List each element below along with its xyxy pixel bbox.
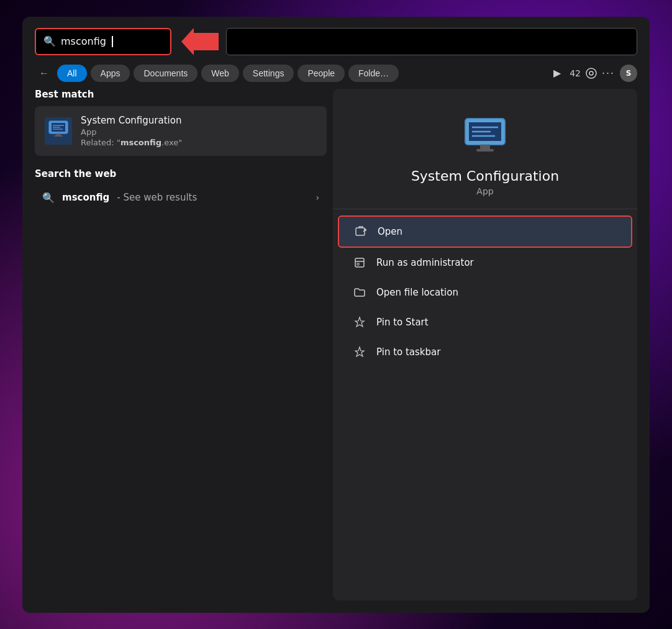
left-pane: Best match xyxy=(35,89,327,600)
web-search-chevron: › xyxy=(316,192,319,202)
app-detail-name: System Configuration xyxy=(411,168,559,184)
red-arrow-icon xyxy=(181,28,219,55)
text-cursor xyxy=(112,36,113,47)
tab-back-button[interactable]: ← xyxy=(35,64,53,83)
svg-rect-21 xyxy=(357,263,359,265)
action-list: Open Run as administrator xyxy=(333,209,637,373)
search-panel: 🔍 msconfig ← All Apps Documents Web Sett… xyxy=(22,17,650,613)
pin-taskbar-icon xyxy=(353,345,366,359)
best-match-item[interactable]: System Configuration App Related: "mscon… xyxy=(35,106,327,156)
action-open[interactable]: Open xyxy=(338,215,632,248)
search-bar-rest[interactable] xyxy=(226,28,637,55)
web-query-bold: msconfig xyxy=(62,192,109,203)
system-config-icon xyxy=(48,120,69,142)
action-pin-taskbar-label: Pin to taskbar xyxy=(376,346,440,358)
app-detail-header: System Configuration App xyxy=(333,89,637,209)
tab-filter-icon[interactable] xyxy=(586,68,597,79)
search-bar-row: 🔍 msconfig xyxy=(22,17,650,64)
right-pane: System Configuration App Open xyxy=(333,89,637,600)
tab-count: 42 xyxy=(570,68,581,78)
svg-rect-10 xyxy=(54,135,63,137)
web-search-icon: 🔍 xyxy=(42,192,55,204)
related-highlight: msconfig xyxy=(120,138,161,147)
action-run-admin-label: Run as administrator xyxy=(376,257,474,268)
tab-apps[interactable]: Apps xyxy=(91,65,130,82)
open-icon xyxy=(354,225,368,238)
app-detail-icon xyxy=(463,114,507,158)
svg-point-1 xyxy=(586,68,596,78)
app-info: System Configuration App Related: "mscon… xyxy=(81,115,317,147)
svg-point-2 xyxy=(589,71,593,75)
search-icon: 🔍 xyxy=(43,35,56,47)
app-related: Related: "msconfig.exe" xyxy=(81,138,317,147)
tab-settings[interactable]: Settings xyxy=(243,65,294,82)
app-name: System Configuration xyxy=(81,115,317,126)
open-folder-icon xyxy=(353,286,366,299)
action-pin-to-taskbar[interactable]: Pin to taskbar xyxy=(338,337,632,367)
web-search-query: msconfig xyxy=(62,192,109,203)
svg-rect-18 xyxy=(476,149,494,152)
web-search-desc: - See web results xyxy=(117,192,197,203)
svg-rect-9 xyxy=(56,133,61,135)
search-input-highlighted[interactable]: 🔍 msconfig xyxy=(35,28,171,55)
best-match-label: Best match xyxy=(35,89,327,100)
tab-controls: ▶ 42 ··· S xyxy=(550,65,637,82)
monitor-svg-small xyxy=(48,120,69,138)
search-query-text: msconfig xyxy=(61,35,106,47)
pin-start-icon xyxy=(353,315,366,329)
web-search-item[interactable]: 🔍 msconfig - See web results › xyxy=(35,186,327,210)
main-content: Best match xyxy=(22,89,650,613)
svg-marker-0 xyxy=(181,28,219,55)
tab-web[interactable]: Web xyxy=(201,65,239,82)
action-pin-to-start[interactable]: Pin to Start xyxy=(338,307,632,337)
svg-rect-19 xyxy=(356,228,365,235)
action-pin-start-label: Pin to Start xyxy=(376,317,429,328)
svg-rect-17 xyxy=(480,145,490,149)
tab-play-button[interactable]: ▶ xyxy=(550,66,565,81)
tab-people[interactable]: People xyxy=(297,65,345,82)
app-detail-type: App xyxy=(476,186,493,196)
tab-folders[interactable]: Folde… xyxy=(348,65,399,82)
action-open-label: Open xyxy=(378,226,402,237)
action-open-file-location[interactable]: Open file location xyxy=(338,278,632,307)
action-run-as-admin[interactable]: Run as administrator xyxy=(338,248,632,278)
tabs-row: ← All Apps Documents Web Settings People… xyxy=(22,64,650,83)
web-section-label: Search the web xyxy=(35,168,327,179)
app-icon-box xyxy=(45,117,72,145)
app-type: App xyxy=(81,127,317,137)
user-avatar[interactable]: S xyxy=(620,65,637,82)
svg-rect-20 xyxy=(355,258,364,267)
monitor-svg-large xyxy=(463,116,507,156)
arrow-indicator xyxy=(181,28,219,55)
tab-documents[interactable]: Documents xyxy=(134,65,198,82)
run-as-admin-icon xyxy=(353,256,366,269)
action-open-file-label: Open file location xyxy=(376,287,458,298)
tab-more-button[interactable]: ··· xyxy=(602,66,615,79)
tab-all[interactable]: All xyxy=(57,65,87,82)
